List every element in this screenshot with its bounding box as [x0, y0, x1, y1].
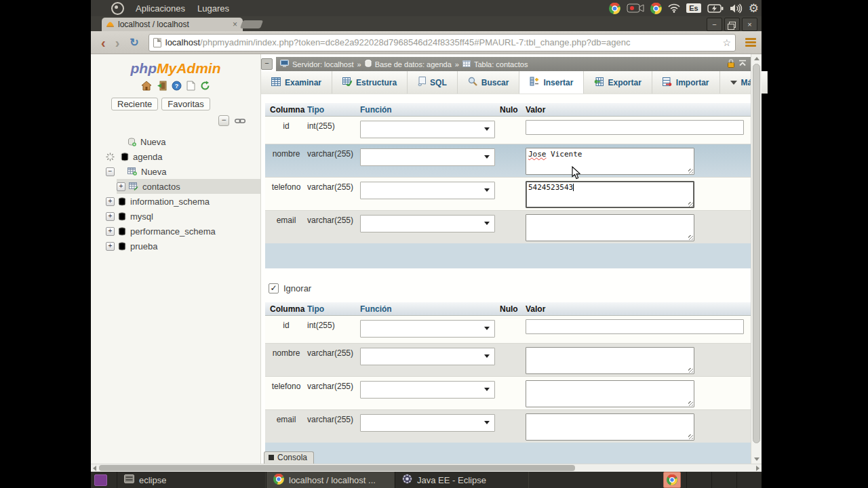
table-row: telefono varchar(255): [265, 376, 751, 409]
browser-tab[interactable]: localhost / localhost ×: [102, 18, 243, 31]
tree-item-new-table[interactable]: − Nueva: [117, 164, 260, 179]
breadcrumb-table[interactable]: Tabla: contactos: [474, 60, 528, 68]
taskbar-item-localhost[interactable]: localhost / localhost ...: [266, 472, 395, 488]
value-textarea-email[interactable]: [526, 214, 694, 241]
collapse-agenda-icon[interactable]: −: [106, 167, 115, 176]
value-textarea-telefono[interactable]: 5424523543: [526, 181, 694, 208]
window-close-button[interactable]: ×: [742, 18, 757, 31]
tree-item-performance-schema[interactable]: + performance_schema: [106, 224, 260, 239]
expand-icon[interactable]: +: [106, 212, 115, 221]
scroll-down-icon[interactable]: [754, 458, 760, 461]
horizontal-scroll-thumb[interactable]: [99, 465, 575, 471]
expand-icon[interactable]: +: [106, 242, 115, 251]
recent-button[interactable]: Reciente: [111, 98, 158, 110]
home-icon[interactable]: [141, 81, 152, 93]
gear-icon[interactable]: ⚙: [749, 3, 759, 14]
vertical-scrollbar[interactable]: [751, 54, 762, 464]
value-textarea-telefono[interactable]: [526, 380, 694, 407]
menu-aplicaciones[interactable]: Aplicaciones: [130, 3, 191, 14]
wifi-icon[interactable]: [668, 3, 680, 13]
function-select[interactable]: [360, 348, 495, 365]
tab-estructura[interactable]: Estructura: [332, 71, 408, 94]
value-input-id[interactable]: [526, 319, 744, 334]
nav-collapse-button[interactable]: −: [261, 58, 273, 70]
scroll-top-icon[interactable]: [738, 60, 747, 68]
window-minimize-button[interactable]: −: [707, 18, 722, 31]
url-bar[interactable]: localhost /phpmyadmin/index.php?token=dc…: [149, 34, 736, 52]
tree-item-contactos[interactable]: + contactos: [117, 179, 260, 194]
value-input-id[interactable]: [526, 120, 744, 135]
expand-contactos-icon[interactable]: +: [117, 182, 125, 191]
tree-item-prueba[interactable]: + prueba: [106, 239, 260, 253]
bookmark-star-icon[interactable]: ☆: [722, 37, 731, 48]
screen-recorder-icon[interactable]: [627, 3, 644, 14]
link-icon[interactable]: [235, 116, 245, 126]
tree-item-mysql[interactable]: + mysql: [106, 209, 260, 224]
ignore-checkbox[interactable]: ✓: [269, 283, 279, 293]
favorites-button[interactable]: Favoritas: [161, 98, 210, 110]
tab-exportar[interactable]: Exportar: [584, 71, 652, 94]
breadcrumb-server[interactable]: Servidor: localhost: [292, 60, 354, 68]
back-button[interactable]: ‹: [96, 36, 111, 49]
tab-buscar[interactable]: Buscar: [458, 71, 520, 94]
breadcrumb-db[interactable]: Base de datos: agenda: [375, 60, 452, 68]
menu-lugares[interactable]: Lugares: [191, 3, 235, 14]
value-textarea-email[interactable]: [526, 413, 694, 441]
header-tipo[interactable]: Tipo: [307, 105, 360, 115]
new-database-icon: [127, 138, 136, 146]
scroll-up-icon[interactable]: [754, 57, 760, 60]
collapse-all-icon[interactable]: −: [218, 115, 229, 126]
function-select[interactable]: [360, 414, 495, 432]
header-funcion[interactable]: Función: [360, 105, 500, 115]
console-toggle[interactable]: Consola: [264, 451, 314, 464]
vertical-scroll-thumb[interactable]: [753, 64, 760, 443]
tab-sql[interactable]: SQL: [408, 71, 458, 94]
pma-sidebar: phpMyAdmin ? Reciente Favoritas −: [91, 54, 261, 464]
taskbar-item-java-ee-eclipse[interactable]: Java EE - Eclipse: [395, 472, 529, 488]
keyboard-layout-badge[interactable]: Es: [686, 3, 701, 13]
tab-examinar[interactable]: Examinar: [261, 71, 332, 94]
horizontal-scrollbar[interactable]: [91, 464, 762, 472]
chrome-tray-icon[interactable]: [609, 3, 620, 14]
refresh-icon[interactable]: [200, 81, 210, 93]
logout-icon[interactable]: [157, 81, 167, 93]
new-tab-button[interactable]: [240, 20, 263, 28]
pma-logo[interactable]: phpMyAdmin: [91, 60, 260, 77]
header-tipo[interactable]: Tipo: [307, 304, 360, 314]
header-funcion[interactable]: Función: [360, 304, 500, 314]
value-textarea-nombre[interactable]: Jose Vicente: [526, 148, 694, 175]
chrome-tray-icon-2[interactable]: [650, 3, 662, 14]
browser-menu-icon[interactable]: [745, 38, 756, 47]
tab-close-icon[interactable]: ×: [231, 20, 239, 29]
expand-icon[interactable]: +: [106, 227, 115, 236]
chrome-notification-badge[interactable]: [663, 472, 681, 488]
session-indicator-icon[interactable]: [111, 2, 124, 15]
battery-icon[interactable]: [707, 4, 724, 13]
column-name: nombre: [265, 148, 307, 159]
tab-importar[interactable]: Importar: [652, 71, 720, 94]
function-select[interactable]: [360, 182, 495, 199]
scroll-right-icon[interactable]: [756, 466, 760, 471]
scroll-left-icon[interactable]: [93, 466, 96, 471]
function-select[interactable]: [360, 121, 495, 138]
forward-button[interactable]: ›: [111, 36, 125, 49]
taskbar-item-eclipse[interactable]: eclipse: [117, 472, 266, 488]
tree-item-new-database[interactable]: Nueva: [106, 134, 260, 149]
function-select[interactable]: [360, 148, 495, 166]
function-select[interactable]: [360, 320, 495, 338]
value-textarea-nombre[interactable]: [526, 347, 694, 374]
tree-item-information-schema[interactable]: + information_schema: [106, 194, 260, 209]
function-select[interactable]: [360, 215, 495, 232]
volume-icon[interactable]: [730, 3, 743, 14]
workspace-icon[interactable]: [94, 474, 107, 486]
insert-table-2: Columna Tipo Función Nulo Valor id int(2…: [265, 302, 751, 468]
tab-insertar[interactable]: Insertar: [519, 71, 584, 94]
taskbar-empty-cell: [711, 472, 736, 488]
documentation-icon[interactable]: [186, 81, 195, 93]
tree-item-db-agenda[interactable]: agenda: [106, 149, 260, 164]
function-select[interactable]: [360, 381, 495, 399]
help-icon[interactable]: ?: [172, 81, 182, 93]
reload-button[interactable]: ↻: [124, 37, 144, 48]
expand-icon[interactable]: +: [106, 197, 115, 206]
window-maximize-button[interactable]: [724, 18, 740, 31]
